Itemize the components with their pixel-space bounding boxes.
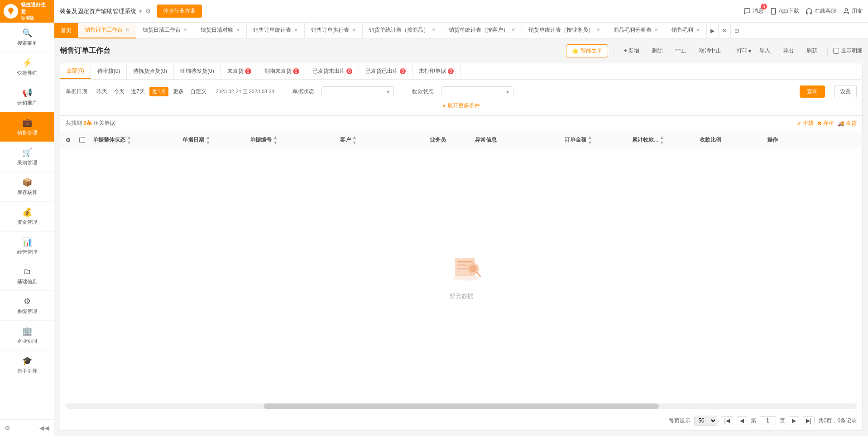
close-all-tabs-button[interactable]: ✕	[719, 24, 731, 38]
online-service-label: 在线客服	[815, 7, 836, 15]
tab-sales-order-workspace[interactable]: 销售订单工作台 ✕	[78, 23, 136, 38]
first-page-button[interactable]: |◀	[721, 416, 733, 425]
tab-cash-reconcile[interactable]: 钱货日清对账 ✕	[194, 23, 247, 38]
filter-tab-shipped-not-out[interactable]: 已发货未出库 0	[306, 64, 360, 79]
tab-sales-gross[interactable]: 销售毛利 ✕	[665, 23, 707, 38]
horizontal-scrollbar[interactable]	[66, 403, 857, 409]
collapse-sidebar-button[interactable]: ◀◀	[39, 424, 49, 431]
tab-product-margin[interactable]: 商品毛利分析表 ✕	[607, 23, 665, 38]
sidebar-item-enterprise[interactable]: 🏢 企业协同	[0, 321, 54, 351]
th-settings[interactable]: ⚙	[66, 137, 79, 143]
show-details-checkbox[interactable]: 显示明细	[833, 47, 863, 55]
sort-status-icon[interactable]: ▲ ▼	[127, 135, 131, 145]
prev-page-button[interactable]: ◀	[737, 416, 747, 425]
tab-cash-daily[interactable]: 钱货日清工作台 ✕	[136, 23, 194, 38]
delete-button[interactable]: 删除	[647, 45, 667, 57]
date-7days-button[interactable]: 近7天	[129, 87, 147, 96]
page-size-select[interactable]: 20 50 100	[694, 416, 717, 426]
close-tab-sales-stats-staff[interactable]: ✕	[596, 27, 600, 33]
online-service-button[interactable]: 在线客服	[806, 7, 836, 15]
scrollbar-thumb[interactable]	[264, 403, 659, 409]
cancel-audit-button[interactable]: ✖ 弃审	[817, 119, 834, 127]
tab-sales-stats-staff[interactable]: 销货单统计表（按业务员） ✕	[522, 23, 607, 38]
sort-collected-icon[interactable]: ▲ ▼	[660, 135, 664, 145]
settings-footer-button[interactable]: ⚙	[5, 424, 10, 431]
cancel-suspend-button[interactable]: 取消中止	[695, 45, 725, 57]
tab-sales-stats-customer[interactable]: 销货单统计表（按客户） ✕	[442, 23, 522, 38]
filter-tab-all[interactable]: 全部(0)	[60, 63, 91, 79]
tab-sales-order-stats[interactable]: 销售订单统计表 ✕	[247, 23, 305, 38]
sort-number-icon[interactable]: ▲ ▼	[273, 135, 278, 145]
sidebar-item-quick-nav[interactable]: ⚡ 快捷导航	[0, 52, 54, 82]
close-tab-product-margin[interactable]: ✕	[654, 27, 658, 33]
close-tab-sales-stats-product[interactable]: ✕	[432, 27, 436, 33]
cancel-audit-label: 弃审	[823, 119, 834, 127]
close-tab-sales-order-exec[interactable]: ✕	[352, 27, 356, 33]
user-button[interactable]: 用友	[843, 7, 863, 15]
message-button[interactable]: 消息 6	[743, 7, 763, 15]
audit-button[interactable]: ✔ 审核	[797, 119, 814, 127]
sidebar-item-sales[interactable]: 💼 销售管理	[0, 112, 54, 142]
show-details-input[interactable]	[833, 48, 839, 54]
smart-generate-button[interactable]: 🌟 智能生单	[566, 44, 608, 57]
settings-icon[interactable]: ⚙	[145, 8, 151, 15]
sidebar-item-purchase[interactable]: 🛒 采购管理	[0, 142, 54, 172]
suspend-button[interactable]: 中止	[671, 45, 691, 57]
print-button[interactable]: 打印 ▾	[737, 47, 751, 55]
tab-cash-reconcile-label: 钱货日清对账	[201, 26, 233, 34]
filter-tab-overdue[interactable]: 到期未发货 0	[258, 64, 306, 79]
date-custom-button[interactable]: 自定义	[188, 87, 208, 96]
close-tab-sales-stats-customer[interactable]: ✕	[511, 27, 515, 33]
date-yesterday-button[interactable]: 昨天	[95, 87, 109, 96]
app-download-button[interactable]: App下载	[770, 7, 799, 15]
minimize-tabs-button[interactable]: ⊟	[731, 24, 743, 38]
close-tab-sales-gross[interactable]: ✕	[696, 27, 700, 33]
sort-date-icon[interactable]: ▲ ▼	[206, 135, 210, 145]
pagination: 每页显示 20 50 100 |◀ ◀ 第 页 ▶ ▶| 共0页，0条记录	[60, 411, 862, 430]
sidebar-item-system[interactable]: ⚙ 系统管理	[0, 291, 54, 321]
next-page-button[interactable]: ▶	[789, 416, 799, 425]
sidebar-item-finance[interactable]: 💰 资金管理	[0, 202, 54, 232]
sort-customer-icon[interactable]: ▲ ▼	[352, 135, 357, 145]
expand-more-button[interactable]: ▾ 展开更多条件	[443, 102, 480, 109]
filter-tab-wangpu[interactable]: 旺铺待发货(0)	[174, 64, 221, 79]
filter-tab-not-shipped[interactable]: 未发货 0	[221, 64, 258, 79]
payment-select[interactable]	[441, 86, 513, 97]
tab-sales-order-exec[interactable]: 销售订单执行表 ✕	[305, 23, 363, 38]
filter-tab-shipped-out[interactable]: 已发货已出库 0	[359, 64, 412, 79]
solution-button[interactable]: 体验行业方案	[157, 5, 202, 18]
filter-tab-pending-review[interactable]: 待审核(0)	[91, 64, 127, 79]
date-1month-button[interactable]: 近1月	[149, 87, 169, 96]
status-select[interactable]	[321, 86, 394, 97]
close-tab-sales-order-workspace[interactable]: ✕	[125, 27, 129, 33]
close-tab-cash-reconcile[interactable]: ✕	[236, 27, 240, 33]
tab-more-button[interactable]: ▶	[707, 24, 719, 38]
close-tab-sales-order-stats[interactable]: ✕	[294, 27, 298, 33]
refresh-button[interactable]: 刷新	[802, 45, 822, 57]
date-more-button[interactable]: 更多	[171, 87, 186, 96]
page-number-input[interactable]	[760, 416, 776, 425]
export-button[interactable]: 导出	[778, 45, 798, 57]
sidebar-item-operations[interactable]: 📊 经营管理	[0, 232, 54, 261]
filter-tab-not-printed[interactable]: 未打印单据 0	[412, 64, 460, 79]
select-all-checkbox[interactable]	[79, 137, 85, 143]
tab-sales-stats-product[interactable]: 销货单统计表（按商品） ✕	[363, 23, 442, 38]
filter-tab-pending-check[interactable]: 待拣货验货(0)	[127, 64, 174, 79]
query-button[interactable]: 查询	[800, 85, 825, 98]
svg-point-9	[470, 265, 477, 272]
tab-home[interactable]: 首页	[54, 23, 78, 38]
import-button[interactable]: 导入	[755, 45, 775, 57]
sidebar-item-marketing[interactable]: 📢 营销推广	[0, 82, 54, 112]
th-checkbox[interactable]	[79, 137, 93, 143]
sidebar-item-basic-info[interactable]: 🗂 基础信息	[0, 261, 54, 291]
ship-button[interactable]: 🚚 发货	[838, 119, 857, 127]
add-button[interactable]: + 新增	[619, 45, 644, 57]
close-tab-cash-daily[interactable]: ✕	[183, 27, 187, 33]
last-page-button[interactable]: ▶|	[803, 416, 815, 425]
sidebar-item-inventory[interactable]: 📦 库存核算	[0, 172, 54, 202]
sort-amount-icon[interactable]: ▲ ▼	[588, 135, 592, 145]
date-today-button[interactable]: 今天	[112, 87, 126, 96]
sidebar-item-guide[interactable]: 🎓 新手引导	[0, 351, 54, 380]
settings-query-button[interactable]: 设置	[834, 85, 857, 98]
sidebar-item-search[interactable]: 🔍 搜索菜单	[0, 23, 54, 52]
